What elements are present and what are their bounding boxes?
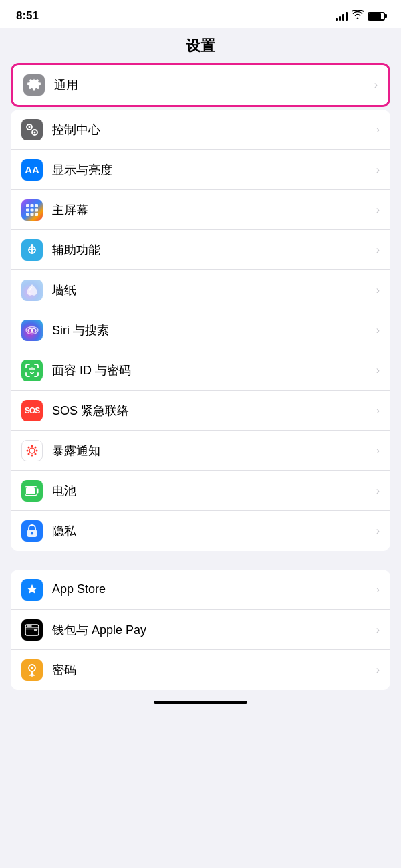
svg-point-42 bbox=[31, 667, 33, 669]
highlighted-settings-section: 通用 › bbox=[11, 63, 390, 107]
svg-point-4 bbox=[34, 131, 36, 133]
chevron-icon: › bbox=[376, 445, 380, 457]
svg-point-25 bbox=[31, 454, 33, 456]
home-screen-icon bbox=[21, 199, 43, 221]
svg-rect-9 bbox=[31, 208, 34, 211]
status-bar: 8:51 bbox=[0, 0, 401, 28]
settings-row-control-center[interactable]: 控制中心 › bbox=[11, 110, 390, 150]
svg-rect-33 bbox=[26, 487, 35, 494]
page-title: 设置 bbox=[0, 28, 401, 63]
settings-row-battery[interactable]: 电池 › bbox=[11, 471, 390, 511]
chevron-icon: › bbox=[376, 664, 380, 676]
general-icon bbox=[23, 74, 45, 96]
settings-row-general[interactable]: 通用 › bbox=[13, 65, 388, 105]
chevron-icon: › bbox=[376, 164, 380, 176]
accessibility-icon bbox=[21, 239, 43, 261]
svg-rect-11 bbox=[26, 213, 29, 216]
svg-rect-39 bbox=[34, 629, 37, 631]
chevron-icon: › bbox=[376, 284, 380, 296]
svg-point-35 bbox=[31, 532, 33, 535]
svg-point-22 bbox=[33, 368, 35, 370]
svg-point-20 bbox=[31, 329, 33, 332]
settings-row-accessibility[interactable]: 辅助功能 › bbox=[11, 230, 390, 270]
svg-point-27 bbox=[36, 449, 38, 451]
main-settings-section: 控制中心 › AA 显示与亮度 › 主屏幕 › bbox=[11, 110, 390, 551]
wallet-icon bbox=[21, 619, 43, 641]
chevron-icon: › bbox=[376, 624, 380, 636]
status-icons bbox=[336, 10, 385, 22]
settings-row-home-screen[interactable]: 主屏幕 › bbox=[11, 190, 390, 230]
chevron-icon: › bbox=[376, 525, 380, 537]
wallet-label: 钱包与 Apple Pay bbox=[52, 622, 376, 638]
battery-label: 电池 bbox=[52, 483, 376, 499]
svg-rect-7 bbox=[35, 204, 38, 207]
passwords-label: 密码 bbox=[52, 662, 376, 678]
home-screen-label: 主屏幕 bbox=[52, 202, 376, 218]
svg-rect-13 bbox=[35, 213, 38, 216]
svg-point-29 bbox=[35, 453, 37, 455]
svg-rect-12 bbox=[31, 213, 34, 216]
battery-icon bbox=[368, 12, 385, 21]
wallpaper-label: 墙纸 bbox=[52, 282, 376, 298]
app-section: App Store › 钱包与 Apple Pay › bbox=[11, 570, 390, 690]
signal-icon bbox=[336, 11, 348, 21]
home-indicator bbox=[0, 695, 401, 711]
settings-row-wallet[interactable]: 钱包与 Apple Pay › bbox=[11, 610, 390, 650]
app-store-icon bbox=[21, 579, 43, 601]
settings-row-siri[interactable]: Siri 与搜索 › bbox=[11, 310, 390, 350]
settings-row-privacy[interactable]: 隐私 › bbox=[11, 511, 390, 551]
svg-point-21 bbox=[29, 368, 31, 370]
display-icon: AA bbox=[21, 159, 43, 181]
settings-row-wallpaper[interactable]: 墙纸 › bbox=[11, 270, 390, 310]
chevron-icon: › bbox=[376, 364, 380, 376]
settings-row-face-id[interactable]: 面容 ID 与密码 › bbox=[11, 350, 390, 391]
face-id-label: 面容 ID 与密码 bbox=[52, 362, 376, 378]
svg-point-23 bbox=[29, 448, 35, 453]
home-bar bbox=[154, 701, 247, 704]
app-store-label: App Store bbox=[52, 582, 376, 596]
svg-point-3 bbox=[29, 126, 31, 128]
time-display: 8:51 bbox=[16, 9, 39, 23]
wallpaper-icon bbox=[21, 280, 43, 301]
privacy-label: 隐私 bbox=[52, 523, 376, 539]
settings-row-exposure[interactable]: 暴露通知 › bbox=[11, 431, 390, 471]
siri-label: Siri 与搜索 bbox=[52, 322, 376, 338]
sos-label: SOS 紧急联络 bbox=[52, 403, 376, 419]
chevron-icon: › bbox=[376, 485, 380, 497]
general-label: 通用 bbox=[54, 77, 374, 93]
chevron-icon: › bbox=[376, 584, 380, 596]
svg-point-28 bbox=[28, 446, 30, 448]
svg-point-31 bbox=[28, 453, 30, 455]
exposure-label: 暴露通知 bbox=[52, 443, 376, 459]
privacy-icon bbox=[21, 520, 43, 542]
svg-point-30 bbox=[35, 446, 37, 448]
wifi-icon bbox=[352, 10, 364, 22]
sos-icon: SOS bbox=[21, 400, 43, 421]
password-icon bbox=[21, 659, 43, 681]
control-center-icon bbox=[21, 119, 43, 140]
svg-rect-5 bbox=[26, 204, 29, 207]
settings-row-passwords[interactable]: 密码 › bbox=[11, 650, 390, 690]
svg-rect-6 bbox=[31, 204, 34, 207]
svg-rect-8 bbox=[26, 208, 29, 211]
svg-rect-10 bbox=[35, 208, 38, 211]
display-label: 显示与亮度 bbox=[52, 162, 376, 178]
settings-row-sos[interactable]: SOS SOS 紧急联络 › bbox=[11, 391, 390, 431]
exposure-icon bbox=[21, 440, 43, 461]
chevron-icon: › bbox=[376, 204, 380, 216]
chevron-icon: › bbox=[376, 324, 380, 336]
chevron-icon: › bbox=[376, 244, 380, 256]
chevron-icon: › bbox=[374, 79, 378, 91]
chevron-icon: › bbox=[376, 405, 380, 417]
accessibility-label: 辅助功能 bbox=[52, 242, 376, 258]
chevron-icon: › bbox=[376, 124, 380, 136]
settings-row-app-store[interactable]: App Store › bbox=[11, 570, 390, 610]
siri-icon bbox=[21, 320, 43, 341]
face-id-icon bbox=[21, 360, 43, 381]
svg-point-26 bbox=[27, 449, 29, 451]
control-center-label: 控制中心 bbox=[52, 122, 376, 138]
battery-settings-icon bbox=[21, 480, 43, 502]
svg-point-24 bbox=[31, 445, 33, 447]
settings-row-display[interactable]: AA 显示与亮度 › bbox=[11, 150, 390, 190]
